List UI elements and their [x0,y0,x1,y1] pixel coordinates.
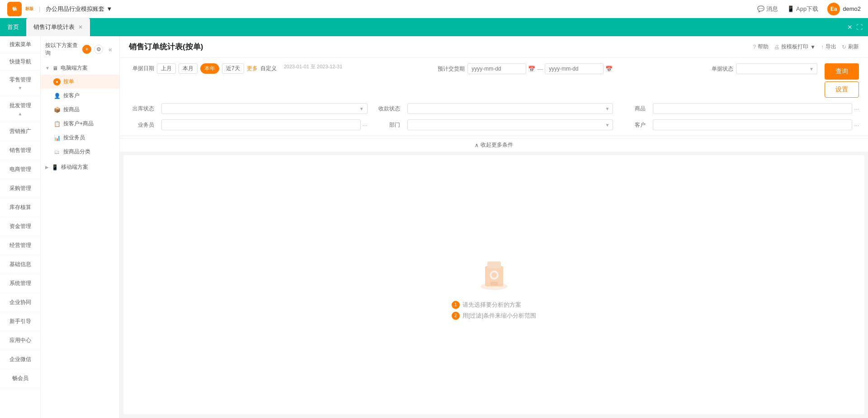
this-year-btn[interactable]: 本年 [200,63,219,74]
pc-section-label: 电脑端方案 [61,64,88,72]
filter-section: 单据日期 上月 本月 本年 近7天 更多 自定义 2023-01-01 至 20… [120,58,868,152]
goods-input[interactable] [653,103,852,114]
empty-tip-1: 1 请先选择要分析的方案 [452,301,536,309]
tab-sales-stats[interactable]: 销售订单统计表 ✕ [26,18,90,36]
date-start-icon[interactable]: 📅 [528,66,535,72]
by-customer-label: 按客户 [63,92,80,100]
wholesale-label: 批发管理 [9,102,31,109]
sidebar-quick-nav[interactable]: 快捷导航 [0,53,40,71]
collapse-panel-button[interactable]: « [106,45,115,54]
sidebar-item-enterprise[interactable]: 企业协同 [0,293,40,312]
salesman-input-wrapper: ··· [161,119,368,130]
mobile-section-header[interactable]: ▶ 📱 移动端方案 [41,161,119,174]
settings-icon: ⚙ [96,46,101,52]
sidebar-item-appcenter[interactable]: 应用中心 [0,331,40,350]
tab-expand-icon[interactable]: ⛶ [856,24,863,31]
scheme-item-by-customer[interactable]: 👤 按客户 [41,89,119,103]
member-label: 畅会员 [12,375,28,382]
operations-label: 经营管理 [9,242,31,249]
last7days-btn[interactable]: 近7天 [222,63,244,74]
scheme-item-by-salesman[interactable]: 📊 按业务员 [41,131,119,145]
enterprise-label: 企业协同 [9,299,31,306]
print-action[interactable]: 🖨 按模板打印 ▼ [774,43,816,51]
export-action[interactable]: ↑ 导出 [821,43,836,51]
sidebar-item-system[interactable]: 系统管理 [0,274,40,293]
sidebar-item-marketing[interactable]: 营销推广 [0,122,40,141]
panel-toolbar: 按以下方案查询 + ⚙ « [41,40,119,61]
message-action[interactable]: 💬 消息 [757,5,778,13]
custom-date-btn[interactable]: 自定义 [260,65,277,72]
app-download-action[interactable]: 📱 App下载 [787,5,818,13]
scheme-item-by-category[interactable]: 🗂 按商品分类 [41,145,119,159]
status-select[interactable] [736,63,817,74]
sidebar-item-operations[interactable]: 经营管理 [0,236,40,255]
date-range-display: 2023-01-01 至 2023-12-31 [284,63,343,70]
salesman-input[interactable] [161,119,361,130]
customer-more-icon[interactable]: ··· [854,122,859,128]
add-scheme-button[interactable]: + [82,45,91,54]
more-date-btn[interactable]: 更多 [247,65,258,72]
by-cg-icon: 📋 [53,120,61,128]
scheme-item-by-customer-goods[interactable]: 📋 按客户+商品 [41,117,119,131]
section-icon: 🖥 [52,65,58,71]
sidebar-item-newbie[interactable]: 新手引导 [0,312,40,331]
sidebar-item-purchase[interactable]: 采购管理 [0,179,40,198]
content-area: 按以下方案查询 + ⚙ « ▼ 🖥 电脑端方案 ● 按单 [41,36,868,418]
svg-point-4 [491,272,497,278]
scheme-item-by-order[interactable]: ● 按单 [41,75,119,89]
sidebar-item-wechat[interactable]: 企业微信 [0,350,40,369]
sidebar-item-retail[interactable]: 零售管理 ▼ [0,71,40,96]
user-section[interactable]: Ea demo2 [827,3,861,15]
query-button[interactable]: 查询 [825,63,859,80]
ship-status-select[interactable] [161,103,368,114]
date-filter-label: 单据日期 [129,65,154,72]
logo-text: 畅 [12,6,17,12]
sidebar-search[interactable]: 搜索菜单 [0,36,40,53]
payment-status-select[interactable] [407,103,613,114]
sidebar-item-sales[interactable]: 销售管理 [0,141,40,160]
this-month-btn[interactable]: 本月 [179,63,198,74]
system-label: 系统管理 [9,280,31,287]
expected-date-end[interactable] [545,63,604,74]
mobile-section-label: 移动端方案 [61,163,88,171]
setting-button[interactable]: 设置 [825,81,859,98]
salesman-more-icon[interactable]: ··· [363,122,368,128]
export-label: 导出 [826,43,836,51]
app-title-selector[interactable]: 办公用品行业模拟账套 ▼ [46,5,112,13]
sidebar-item-inventory[interactable]: 库存核算 [0,198,40,217]
empty-tip-2: 2 用[过滤]条件来缩小分析范围 [452,312,536,320]
expected-date-start[interactable] [467,63,526,74]
help-action[interactable]: ? 帮助 [753,43,769,51]
sidebar: 搜索菜单 快捷导航 零售管理 ▼ 批发管理 ▲ 营销推广 销售管理 电商管理 采… [0,36,41,418]
action-buttons: 查询 设置 [825,63,859,98]
finance-label: 资金管理 [9,223,31,230]
tab-close-window-icon[interactable]: ✕ [847,24,853,31]
sales-label: 销售管理 [9,147,31,154]
download-icon: 📱 [787,5,794,12]
sidebar-item-member[interactable]: 畅会员 [0,369,40,388]
goods-more-icon[interactable]: ··· [854,105,859,112]
sidebar-item-basic[interactable]: 基础信息 [0,255,40,274]
expected-date-group: 📅 — 📅 [467,63,613,74]
sidebar-item-finance[interactable]: 资金管理 [0,217,40,236]
tab-home[interactable]: 首页 [0,18,26,36]
filter-row-3: 业务员 ··· 部门 ▼ 客户 ··· [129,119,859,130]
pc-section-header[interactable]: ▼ 🖥 电脑端方案 [41,62,119,75]
by-category-label: 按商品分类 [63,148,90,156]
date-end-icon[interactable]: 📅 [605,66,613,72]
sidebar-item-ecommerce[interactable]: 电商管理 [0,160,40,179]
scheme-item-by-goods[interactable]: 📦 按商品 [41,103,119,117]
customer-input[interactable] [653,119,852,130]
collapse-icon: « [108,46,112,53]
settings-scheme-button[interactable]: ⚙ [94,45,103,54]
help-icon: ? [753,44,756,50]
retail-label: 零售管理 [9,76,31,84]
last-month-btn[interactable]: 上月 [157,63,176,74]
tab-close-icon[interactable]: ✕ [78,24,83,30]
sidebar-item-wholesale[interactable]: 批发管理 ▲ [0,96,40,122]
refresh-action[interactable]: ↻ 刷新 [842,43,859,51]
customer-input-wrapper: ··· [653,119,859,130]
refresh-label: 刷新 [848,43,859,51]
dept-select[interactable] [407,119,613,130]
collapse-bar[interactable]: ∧ 收起更多条件 [120,138,868,152]
